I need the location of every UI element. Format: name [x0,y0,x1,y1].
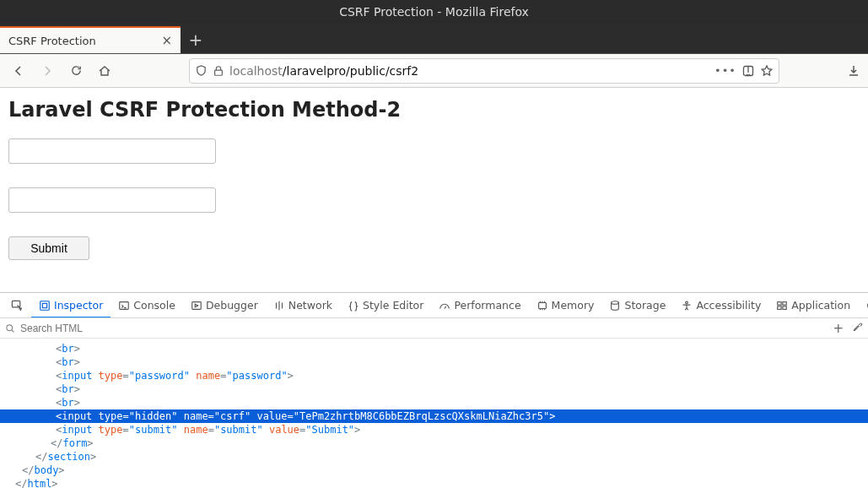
svg-point-15 [7,324,13,330]
devtools-pick-element[interactable] [3,293,31,318]
devtools-tab-more[interactable]: What's [858,293,868,318]
url-bar[interactable]: localhost/laravelpro/public/csrf2 ••• [189,58,779,84]
svg-rect-13 [783,306,786,309]
svg-rect-7 [538,302,546,308]
nav-toolbar: localhost/laravelpro/public/csrf2 ••• [0,54,868,88]
reader-icon[interactable] [741,64,755,78]
devtools-tab-network[interactable]: Network [266,293,340,318]
devtools-tab-debugger[interactable]: Debugger [183,293,266,318]
search-icon [5,323,15,333]
svg-rect-6 [192,301,202,309]
new-tab-button[interactable]: + [181,26,211,53]
svg-point-9 [686,301,688,304]
devtools-markup-view[interactable]: <br> <br> <input type="password" name="p… [0,339,868,488]
devtools-tab-application[interactable]: Application [768,293,858,318]
forward-button [35,59,59,83]
devtools-tab-console[interactable]: Console [111,293,183,318]
devtools-tabs: Inspector Console Debugger Network Style… [0,293,868,318]
back-button[interactable] [7,59,30,83]
svg-rect-4 [42,303,46,307]
devtools-tab-styleeditor[interactable]: Style Editor [340,293,431,318]
devtools-search-input[interactable] [20,323,828,334]
toolbar-right [846,63,861,79]
selected-dom-node[interactable]: <input type="hidden" name="csrf" value="… [0,409,868,423]
add-node-icon[interactable]: + [833,321,844,336]
devtools-tab-storage[interactable]: Storage [601,293,673,318]
page-heading: Laravel CSRF Protection Method-2 [8,98,860,122]
shield-icon[interactable] [195,64,208,77]
devtools-tab-memory[interactable]: Memory [529,293,602,318]
page-content: Laravel CSRF Protection Method-2 Submit [0,88,868,277]
svg-rect-12 [778,306,781,309]
devtools-tab-inspector[interactable]: Inspector [31,293,111,318]
window-titlebar: CSRF Protection - Mozilla Firefox [0,0,868,24]
svg-rect-10 [778,301,781,305]
lock-icon[interactable] [213,65,224,77]
svg-rect-0 [215,70,223,75]
password-input[interactable] [8,187,216,213]
eyedropper-icon[interactable] [852,321,863,336]
url-text: localhost/laravelpro/public/csrf2 [229,64,709,78]
svg-point-8 [612,301,619,304]
home-button[interactable] [93,59,116,83]
bookmark-icon[interactable] [760,64,774,78]
tab-title: CSRF Protection [8,35,96,47]
submit-button[interactable]: Submit [8,236,89,260]
devtools-tab-accessibility[interactable]: Accessibility [673,293,768,318]
tab-strip: CSRF Protection × + [0,24,868,54]
text-input[interactable] [8,138,216,164]
downloads-icon[interactable] [846,63,861,79]
devtools-tab-performance[interactable]: Performance [431,293,528,318]
close-tab-icon[interactable]: × [161,33,172,48]
svg-rect-11 [783,301,786,305]
window-title: CSRF Protection - Mozilla Firefox [339,5,529,19]
devtools-search-bar: + [0,318,868,339]
meatball-icon[interactable]: ••• [714,64,736,77]
reload-button[interactable] [64,59,88,83]
browser-tab[interactable]: CSRF Protection × [0,26,181,53]
devtools-panel: Inspector Console Debugger Network Style… [0,292,868,488]
svg-rect-3 [40,301,50,310]
